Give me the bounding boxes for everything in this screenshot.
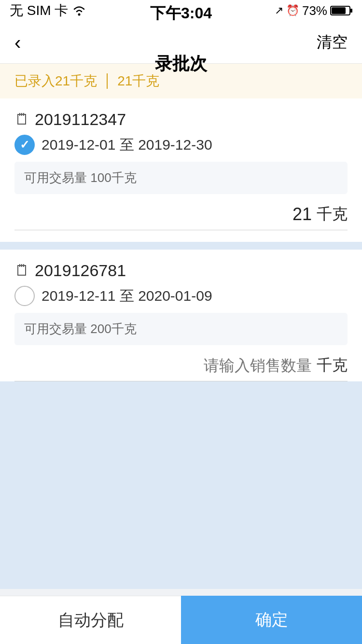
info-value: 21千克 <box>117 72 159 90</box>
status-carrier: 无 SIM 卡 <box>10 1 86 20</box>
batch-1-unit: 千克 <box>317 204 348 225</box>
batch-2-id-row: 🗒 2019126781 <box>14 261 348 280</box>
batch-2-date: 2019-12-11 至 2020-01-09 <box>42 286 212 306</box>
batch-1-date-row: 2019-12-01 至 2019-12-30 <box>14 135 348 155</box>
batch-2-radio[interactable] <box>14 286 35 306</box>
battery-text: 73% <box>302 3 327 18</box>
section-divider <box>0 242 362 250</box>
batch-2-id: 2019126781 <box>35 261 126 280</box>
auto-distribute-button[interactable]: 自动分配 <box>0 596 181 644</box>
batch-1-id-row: 🗒 2019112347 <box>14 110 348 129</box>
batch-2-section: 🗒 2019126781 2019-12-11 至 2020-01-09 可用交… <box>0 250 362 381</box>
location-icon: ↗ <box>275 4 283 17</box>
alarm-icon: ⏰ <box>286 4 299 17</box>
batch-2-avail: 可用交易量 200千克 <box>14 313 348 345</box>
gray-area <box>0 381 362 589</box>
bottom-bar: 自动分配 确定 <box>0 596 362 644</box>
info-label: 已录入21千克 <box>14 72 97 90</box>
svg-rect-2 <box>350 9 352 13</box>
batch-1-item: 🗒 2019112347 2019-12-01 至 2019-12-30 可用交… <box>0 98 362 194</box>
status-bar: 无 SIM 卡 下午3:04 ↗ ⏰ 73% <box>0 0 362 21</box>
batch-2-avail-text: 可用交易量 200千克 <box>24 322 137 336</box>
batch-2-date-row: 2019-12-11 至 2020-01-09 <box>14 286 348 306</box>
wifi-icon <box>72 5 86 16</box>
quantity-input[interactable] <box>167 357 312 375</box>
batch-2-input-row: 千克 <box>0 345 362 381</box>
nav-bar: ‹ 录批次 清空 <box>0 21 362 64</box>
svg-rect-3 <box>332 7 346 14</box>
batch-1-id: 2019112347 <box>35 110 126 129</box>
clear-button[interactable]: 清空 <box>317 32 348 53</box>
info-divider <box>107 73 108 89</box>
batch-1-section: 🗒 2019112347 2019-12-01 至 2019-12-30 可用交… <box>0 98 362 242</box>
carrier-text: 无 SIM 卡 <box>10 1 68 20</box>
batch-2-item: 🗒 2019126781 2019-12-11 至 2020-01-09 可用交… <box>0 250 362 345</box>
batch-1-amount: 21 <box>292 204 312 224</box>
back-button[interactable]: ‹ <box>14 33 21 52</box>
battery-icon <box>330 5 352 16</box>
batch-1-avail: 可用交易量 100千克 <box>14 162 348 194</box>
batch-1-amount-row: 21 千克 <box>0 194 362 230</box>
batch-2-icon: 🗒 <box>14 262 30 280</box>
confirm-button[interactable]: 确定 <box>181 596 362 644</box>
svg-point-0 <box>78 14 81 16</box>
batch-1-date: 2019-12-01 至 2019-12-30 <box>42 135 212 155</box>
batch-1-radio[interactable] <box>14 135 35 155</box>
status-right: ↗ ⏰ 73% <box>275 3 352 18</box>
batch-2-unit: 千克 <box>317 355 348 376</box>
batch-1-icon: 🗒 <box>14 111 30 128</box>
batch-1-avail-text: 可用交易量 100千克 <box>24 170 137 185</box>
page-title: 录批次 <box>155 42 207 85</box>
